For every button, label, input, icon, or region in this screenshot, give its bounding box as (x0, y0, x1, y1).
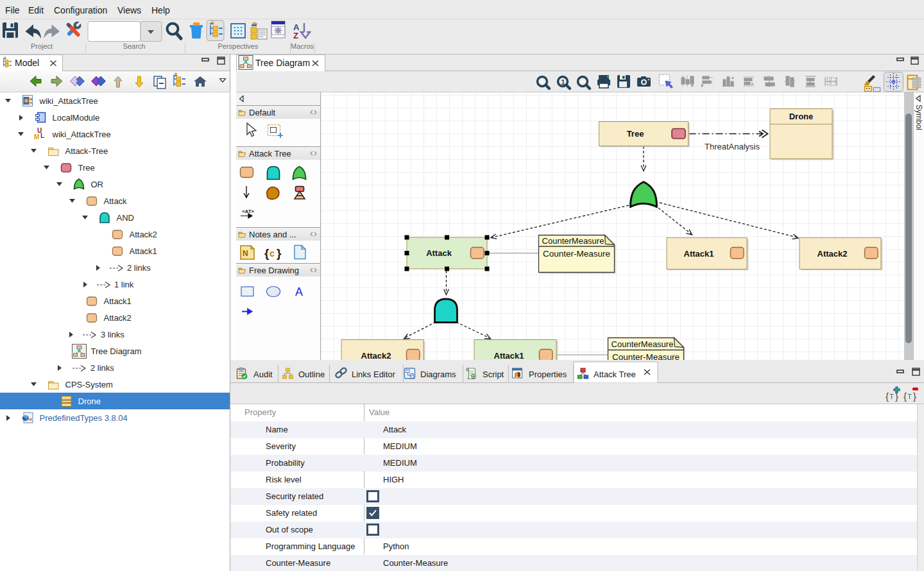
svg-text:Attack2: Attack2 (361, 351, 391, 361)
svg-text:Drone: Drone (789, 112, 814, 121)
svg-text:Drone: Drone (78, 396, 101, 406)
svg-text:Symbol: Symbol (914, 105, 923, 130)
svg-text:Model: Model (15, 58, 39, 68)
svg-text:Attack Tree: Attack Tree (594, 370, 636, 379)
svg-text:Tree Diagram: Tree Diagram (91, 346, 142, 356)
svg-text:Tree: Tree (78, 163, 95, 173)
svg-text:LocalModule: LocalModule (53, 113, 100, 123)
svg-text:1 link: 1 link (114, 280, 134, 289)
svg-text:Attack-Tree: Attack-Tree (65, 146, 108, 156)
svg-text:Attack1: Attack1 (684, 249, 714, 259)
svg-text:Attack2: Attack2 (817, 249, 848, 259)
svg-text:A: A (295, 286, 303, 298)
svg-text:Script: Script (483, 370, 504, 379)
svg-text:Attack Tree: Attack Tree (249, 149, 291, 158)
svg-text:OR: OR (91, 180, 104, 189)
svg-text:c: c (270, 248, 275, 259)
svg-text:ThreatAnalysis: ThreatAnalysis (705, 142, 760, 151)
svg-text:Attack2: Attack2 (104, 313, 132, 323)
svg-text:3 links: 3 links (101, 330, 124, 339)
svg-text:Attack: Attack (104, 196, 128, 206)
svg-text:Attack: Attack (426, 248, 452, 258)
svg-text:Links Editor: Links Editor (352, 370, 396, 379)
svg-text:2 links: 2 links (90, 363, 114, 373)
svg-text:1: 1 (561, 78, 565, 86)
svg-text:Tree Diagram: Tree Diagram (255, 58, 310, 68)
svg-text:CPS-System: CPS-System (65, 380, 113, 389)
svg-text:wiki_AttackTree: wiki_AttackTree (39, 96, 98, 106)
svg-text:Properties: Properties (529, 370, 567, 379)
svg-text:T: T (890, 393, 894, 400)
svg-text:T: T (908, 393, 912, 400)
svg-text:}: } (913, 391, 916, 402)
svg-text:Outline: Outline (298, 370, 325, 379)
svg-text:Tree: Tree (627, 129, 644, 139)
svg-text:}: } (277, 246, 282, 260)
svg-text:Counter-Measure: Counter-Measure (543, 249, 610, 259)
svg-text:{: { (903, 391, 907, 402)
svg-text:CounterMeasure: CounterMeasure (542, 236, 604, 246)
svg-text:Z: Z (293, 31, 298, 40)
svg-text:Notes and ...: Notes and ... (249, 230, 296, 239)
svg-text:N: N (243, 249, 248, 258)
svg-text:{: { (886, 391, 889, 402)
svg-text:{: { (264, 246, 269, 260)
svg-text:Free Drawing: Free Drawing (249, 266, 299, 275)
svg-text:Default: Default (249, 108, 276, 117)
svg-text:Attack1: Attack1 (104, 296, 132, 306)
svg-text:Attack1: Attack1 (494, 351, 524, 361)
svg-text:Attack2: Attack2 (130, 230, 157, 239)
svg-text:AND: AND (117, 213, 134, 223)
svg-text:Counter-Measure: Counter-Measure (612, 352, 680, 360)
svg-text:PredefinedTypes 3.8.04: PredefinedTypes 3.8.04 (40, 413, 128, 423)
svg-text:Audit: Audit (253, 370, 273, 379)
svg-text:wiki_AttackTree: wiki_AttackTree (52, 130, 111, 139)
svg-text:Attack1: Attack1 (130, 246, 157, 256)
svg-text:2 links: 2 links (127, 263, 151, 273)
svg-text:Diagrams: Diagrams (420, 370, 456, 379)
svg-text:CounterMeasure: CounterMeasure (612, 339, 674, 349)
